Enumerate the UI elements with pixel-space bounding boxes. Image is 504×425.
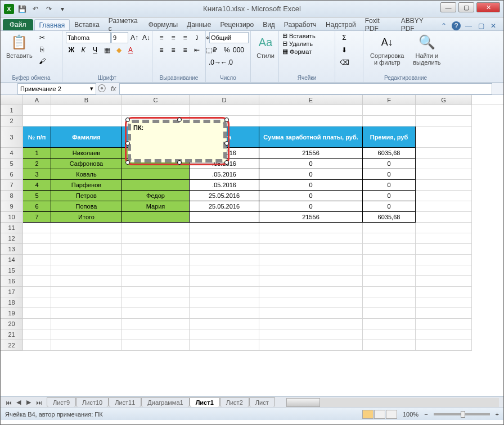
cell[interactable] <box>259 308 363 319</box>
cell[interactable] <box>51 116 122 126</box>
cell[interactable]: 0 <box>363 180 416 191</box>
sheet-tab[interactable]: Лист11 <box>109 397 141 407</box>
col-G[interactable]: G <box>416 95 472 105</box>
cell[interactable] <box>23 265 51 276</box>
cell[interactable]: Николаев <box>51 148 122 159</box>
row-header[interactable]: 7 <box>1 180 23 191</box>
cell[interactable] <box>416 159 472 169</box>
cell[interactable] <box>363 265 416 276</box>
cell[interactable]: 7 <box>23 212 51 223</box>
cell[interactable]: Петров <box>51 191 122 201</box>
tab-view[interactable]: Вид <box>258 19 280 30</box>
align-middle-icon[interactable]: ≡ <box>168 32 179 43</box>
cell[interactable] <box>363 287 416 297</box>
cell[interactable] <box>122 276 190 287</box>
row-header[interactable]: 10 <box>1 212 23 223</box>
decrease-indent-icon[interactable]: ⇤ <box>191 44 202 56</box>
cell[interactable] <box>190 319 259 329</box>
tab-data[interactable]: Данные <box>182 19 215 30</box>
row-header[interactable]: 12 <box>1 233 23 244</box>
cell[interactable] <box>51 297 122 308</box>
cell[interactable] <box>416 116 472 126</box>
cell[interactable] <box>416 212 472 223</box>
cell[interactable] <box>416 148 472 159</box>
align-left-icon[interactable]: ≡ <box>156 44 167 56</box>
cell[interactable] <box>363 276 416 287</box>
cell[interactable] <box>259 105 363 116</box>
col-A[interactable]: A <box>23 95 51 105</box>
cell[interactable] <box>363 233 416 244</box>
cell[interactable] <box>23 340 51 351</box>
cell[interactable]: 25.05.2016 <box>190 201 259 212</box>
autosum-icon[interactable]: Σ <box>339 32 350 43</box>
fill-color-icon[interactable]: ◆ <box>113 44 124 56</box>
cell[interactable]: Фамилия <box>51 126 122 148</box>
row-header[interactable]: 17 <box>1 287 23 297</box>
cell[interactable] <box>259 233 363 244</box>
cell[interactable] <box>416 244 472 255</box>
save-icon[interactable]: 💾 <box>16 3 28 15</box>
help-icon[interactable]: ? <box>452 21 461 30</box>
cell[interactable] <box>416 126 472 148</box>
cell[interactable] <box>416 329 472 340</box>
fill-icon[interactable]: ⬇ <box>339 44 350 56</box>
undo-icon[interactable]: ↶ <box>30 3 41 15</box>
tab-abbyy[interactable]: ABBYY PDF <box>397 19 439 30</box>
delete-cells-button[interactable]: ⊟Удалить <box>282 40 313 47</box>
cell[interactable] <box>190 287 259 297</box>
font-size-select[interactable] <box>111 32 128 43</box>
sheet-tab[interactable]: Лист9 <box>47 397 76 407</box>
cell[interactable] <box>363 319 416 329</box>
cell[interactable] <box>51 265 122 276</box>
name-box-expand-icon[interactable]: ⦿ <box>96 84 107 94</box>
cell[interactable] <box>190 340 259 351</box>
bold-icon[interactable]: Ж <box>66 44 77 56</box>
italic-icon[interactable]: К <box>78 44 89 56</box>
font-color-icon[interactable]: A <box>125 44 136 56</box>
increase-decimal-icon[interactable]: .0→ <box>209 57 220 68</box>
zoom-level[interactable]: 100% <box>403 411 418 418</box>
cell[interactable] <box>190 265 259 276</box>
cell[interactable]: Сумма заработной платы, руб. <box>259 126 363 148</box>
cell[interactable] <box>23 287 51 297</box>
row-header[interactable]: 9 <box>1 201 23 212</box>
tab-home[interactable]: Главная <box>34 19 70 30</box>
cell[interactable] <box>259 319 363 329</box>
cell[interactable] <box>122 340 190 351</box>
cell[interactable]: 3 <box>23 169 51 180</box>
cell[interactable] <box>51 308 122 319</box>
page-break-view-icon[interactable] <box>386 410 397 419</box>
cell[interactable] <box>190 212 259 223</box>
cell[interactable] <box>23 255 51 265</box>
styles-button[interactable]: Aa Стили <box>254 32 277 60</box>
cell[interactable] <box>190 276 259 287</box>
row-header[interactable]: 2 <box>1 116 23 126</box>
cell[interactable]: 0 <box>363 191 416 201</box>
cell[interactable]: Сафронова <box>51 159 122 169</box>
last-sheet-icon[interactable]: ⏭ <box>34 398 43 407</box>
cell[interactable] <box>363 340 416 351</box>
cell[interactable] <box>259 244 363 255</box>
cell[interactable] <box>416 169 472 180</box>
row-header[interactable]: 11 <box>1 223 23 233</box>
cell[interactable] <box>122 223 190 233</box>
cell[interactable]: 6 <box>23 201 51 212</box>
doc-close-icon[interactable]: ✕ <box>489 21 498 30</box>
cell[interactable] <box>23 319 51 329</box>
row-header[interactable]: 22 <box>1 340 23 351</box>
zoom-out-icon[interactable]: − <box>424 411 428 418</box>
cell[interactable] <box>416 319 472 329</box>
cell[interactable] <box>363 244 416 255</box>
cell[interactable] <box>51 244 122 255</box>
sheet-tab-active[interactable]: Лист1 <box>190 397 220 407</box>
sheet-tab[interactable]: Лист10 <box>76 397 109 407</box>
format-cells-button[interactable]: ▦Формат <box>282 48 312 55</box>
horizontal-scrollbar[interactable] <box>286 398 499 407</box>
cell[interactable] <box>190 329 259 340</box>
cell[interactable]: Федор <box>122 191 190 201</box>
cell[interactable] <box>259 329 363 340</box>
row-header[interactable]: 19 <box>1 308 23 319</box>
cell[interactable]: 0 <box>259 191 363 201</box>
cell[interactable]: .05.2016 <box>190 169 259 180</box>
cell[interactable] <box>190 255 259 265</box>
